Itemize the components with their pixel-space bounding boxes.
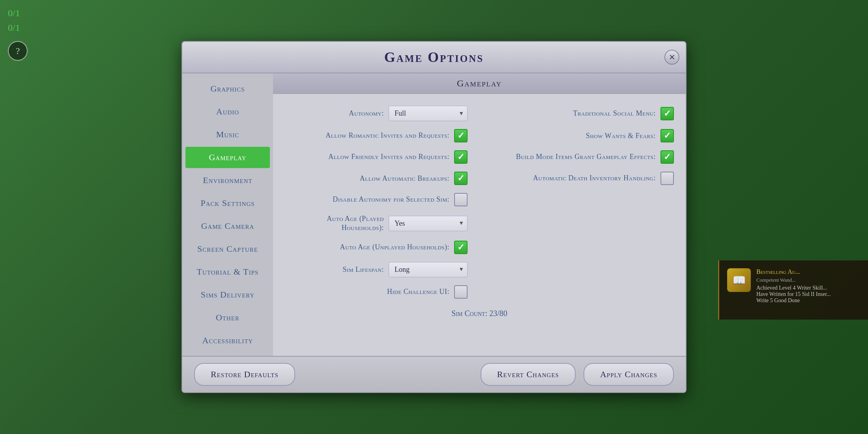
- checkmark-icon: ✓: [664, 108, 671, 119]
- hide-challenge-checkbox[interactable]: [454, 285, 468, 299]
- dropdown-arrow-icon: ▼: [458, 110, 464, 117]
- allow-friendly-row: Allow Friendly Invites and Requests: ✓: [285, 146, 468, 168]
- sidebar-item-graphics[interactable]: Graphics: [185, 78, 270, 99]
- footer-right-buttons: Revert Changes Apply Changes: [481, 363, 674, 386]
- checkmark-icon: ✓: [664, 152, 671, 162]
- auto-death-row: Automatic Death Inventory Handling:: [491, 168, 674, 189]
- sidebar-item-gameplay[interactable]: Gameplay: [185, 147, 270, 168]
- allow-breakups-checkbox[interactable]: ✓: [454, 172, 468, 185]
- disable-autonomy-checkbox[interactable]: [454, 193, 468, 206]
- content-inner: Autonomy: Full ▼ Traditional Social Menu…: [273, 94, 686, 332]
- sidebar-item-sims-delivery[interactable]: Sims Delivery: [185, 284, 270, 305]
- build-mode-row: Build Mode Items Grant Gameplay Effects:…: [491, 146, 674, 168]
- dropdown-arrow-icon: ▼: [458, 220, 464, 226]
- sim-lifespan-label: Sim Lifespan:: [343, 266, 384, 274]
- sidebar-item-other[interactable]: Other: [185, 307, 270, 328]
- auto-age-played-row: Auto Age (Played Households): Yes ▼: [285, 210, 468, 237]
- autonomy-dropdown[interactable]: Full ▼: [389, 106, 468, 121]
- allow-friendly-label: Allow Friendly Invites and Requests:: [328, 152, 449, 161]
- checkmark-icon: ✓: [457, 173, 464, 183]
- sidebar-item-screen-capture[interactable]: Screen Capture: [185, 238, 270, 260]
- sidebar-item-tutorial-tips[interactable]: Tutorial & Tips: [185, 261, 270, 282]
- checkmark-icon: ✓: [457, 152, 464, 162]
- auto-age-played-label: Auto Age (Played Households):: [285, 214, 384, 233]
- auto-death-checkbox[interactable]: [660, 172, 674, 185]
- sidebar-item-accessibility[interactable]: Accessibility: [185, 330, 270, 351]
- modal-backdrop: Game Options ✕ Graphics Audio Music Game…: [0, 0, 868, 434]
- sim-lifespan-row: Sim Lifespan: Long ▼: [285, 258, 468, 281]
- hide-challenge-row: Hide Challenge UI:: [285, 281, 468, 303]
- modal-footer: Restore Defaults Revert Changes Apply Ch…: [182, 356, 686, 392]
- content-area: Gameplay Autonomy: Full ▼ Traditional So…: [273, 73, 686, 356]
- show-wants-fears-checkbox[interactable]: ✓: [660, 129, 674, 142]
- game-options-modal: Game Options ✕ Graphics Audio Music Game…: [181, 41, 687, 393]
- modal-title: Game Options: [198, 49, 670, 65]
- sim-count-row: Sim Count: 23/80: [285, 303, 674, 324]
- checkmark-icon: ✓: [457, 131, 464, 141]
- spacer4: [491, 258, 674, 281]
- revert-changes-button[interactable]: Revert Changes: [481, 363, 576, 386]
- auto-age-unplayed-label: Auto Age (Unplayed Households):: [340, 243, 449, 252]
- sim-count-value: 23/80: [489, 309, 507, 318]
- auto-age-unplayed-checkbox[interactable]: ✓: [454, 241, 468, 254]
- checkmark-icon: ✓: [457, 242, 464, 253]
- sidebar: Graphics Audio Music Gameplay Environmen…: [182, 73, 273, 356]
- hide-challenge-label: Hide Challenge UI:: [387, 288, 449, 296]
- allow-breakups-row: Allow Automatic Breakups: ✓: [285, 168, 468, 189]
- modal-header: Game Options ✕: [182, 42, 686, 73]
- allow-breakups-label: Allow Automatic Breakups:: [360, 174, 449, 183]
- modal-body: Graphics Audio Music Gameplay Environmen…: [182, 73, 686, 356]
- show-wants-fears-label: Show Wants & Fears:: [586, 132, 656, 140]
- traditional-social-menu-checkbox[interactable]: ✓: [660, 107, 674, 120]
- disable-autonomy-row: Disable Autonomy for Selected Sim:: [285, 189, 468, 210]
- traditional-social-menu-label: Traditional Social Menu:: [573, 109, 656, 118]
- section-header: Gameplay: [273, 73, 686, 94]
- build-mode-label: Build Mode Items Grant Gameplay Effects:: [516, 152, 656, 161]
- autonomy-row: Autonomy: Full ▼: [285, 102, 468, 125]
- spacer5: [491, 281, 674, 303]
- auto-death-label: Automatic Death Inventory Handling:: [533, 174, 656, 183]
- sidebar-item-audio[interactable]: Audio: [185, 101, 270, 122]
- restore-defaults-button[interactable]: Restore Defaults: [194, 363, 295, 386]
- sim-lifespan-dropdown[interactable]: Long ▼: [389, 262, 468, 277]
- sidebar-item-pack-settings[interactable]: Pack Settings: [185, 193, 270, 214]
- sidebar-item-environment[interactable]: Environment: [185, 170, 270, 191]
- dropdown-arrow-icon: ▼: [458, 266, 464, 273]
- build-mode-checkbox[interactable]: ✓: [660, 150, 674, 164]
- allow-romantic-label: Allow Romantic Invites and Requests:: [326, 131, 449, 140]
- auto-age-unplayed-row: Auto Age (Unplayed Households): ✓: [285, 237, 468, 258]
- checkmark-icon: ✓: [664, 131, 671, 141]
- close-button[interactable]: ✕: [664, 50, 679, 65]
- spacer2: [491, 210, 674, 237]
- disable-autonomy-label: Disable Autonomy for Selected Sim:: [333, 195, 449, 204]
- sidebar-item-music[interactable]: Music: [185, 124, 270, 145]
- sim-count-label: Sim Count:: [451, 309, 487, 318]
- apply-changes-button[interactable]: Apply Changes: [584, 363, 674, 386]
- sidebar-item-game-camera[interactable]: Game Camera: [185, 215, 270, 237]
- allow-friendly-checkbox[interactable]: ✓: [454, 150, 468, 164]
- allow-romantic-row: Allow Romantic Invites and Requests: ✓: [285, 125, 468, 146]
- auto-age-played-dropdown[interactable]: Yes ▼: [389, 216, 468, 231]
- traditional-social-menu-row: Traditional Social Menu: ✓: [491, 102, 674, 125]
- allow-romantic-checkbox[interactable]: ✓: [454, 129, 468, 142]
- autonomy-label: Autonomy:: [349, 109, 384, 118]
- spacer3: [491, 237, 674, 258]
- show-wants-fears-row: Show Wants & Fears: ✓: [491, 125, 674, 146]
- spacer: [491, 189, 674, 210]
